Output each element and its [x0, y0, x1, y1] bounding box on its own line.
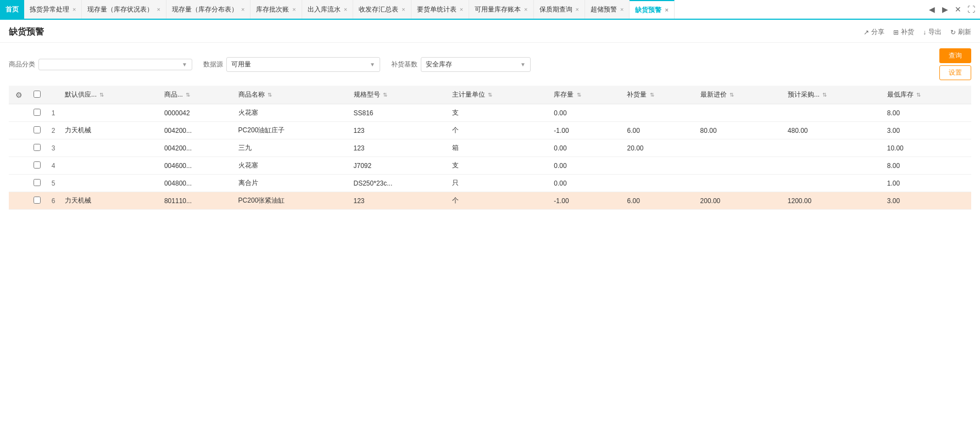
- replenish-button[interactable]: ⊞ 补货: [893, 27, 914, 37]
- replenish-icon: ⊞: [893, 29, 899, 36]
- row-stock-qty: -1.00: [550, 122, 623, 139]
- query-button[interactable]: 查询: [939, 48, 971, 63]
- tab-shortage-warning[interactable]: 缺货预警 ×: [630, 0, 674, 19]
- filter-actions: 查询 设置: [939, 48, 971, 80]
- table-body: 1 0000042 火花塞 SS816 支 0.00 8.00 2 力天机械 0…: [9, 104, 971, 210]
- tab-batch-account[interactable]: 库存批次账 ×: [250, 0, 302, 19]
- tab-prev-button[interactable]: ◀: [925, 3, 938, 16]
- datasource-value: 可用量: [231, 60, 251, 69]
- refresh-button[interactable]: ↻ 刷新: [950, 27, 971, 37]
- row-num: 3: [45, 139, 62, 157]
- sort-unit-icon: ⇅: [488, 92, 492, 98]
- settings-button[interactable]: 设置: [939, 65, 971, 80]
- col-replenish-qty[interactable]: 补货量 ⇅: [623, 86, 697, 104]
- gear-icon[interactable]: ⚙: [15, 91, 23, 99]
- row-stock-qty: 0.00: [550, 157, 623, 175]
- row-product-code: 004800...: [161, 175, 235, 192]
- row-settings-cell: [9, 104, 29, 122]
- col-latest-price[interactable]: 最新进价 ⇅: [697, 86, 784, 104]
- tab-available-ledger[interactable]: 可用量库存账本 ×: [469, 0, 533, 19]
- row-est-purchase: [784, 139, 884, 157]
- row-checkbox-cell[interactable]: [29, 192, 45, 210]
- row-product-name: 火花塞: [235, 104, 350, 122]
- col-spec[interactable]: 规格型号 ⇅: [350, 86, 449, 104]
- row-unit: 只: [449, 175, 550, 192]
- table-header-row: ⚙ 默认供应... ⇅ 商品... ⇅ 商品名称: [9, 86, 971, 104]
- row-min-stock: 8.00: [884, 157, 971, 175]
- replenish-base-select[interactable]: 安全库存 ▼: [421, 57, 531, 72]
- row-num: 6: [45, 192, 62, 210]
- tab-close-all-button[interactable]: ✕: [951, 3, 965, 16]
- tab-home[interactable]: 首页: [0, 0, 24, 19]
- close-demand-stat-tab[interactable]: ×: [460, 6, 463, 13]
- tab-demand-stat[interactable]: 要货单统计表 ×: [411, 0, 469, 19]
- col-unit[interactable]: 主计量单位 ⇅: [449, 86, 550, 104]
- sort-replenish-icon: ⇅: [650, 92, 654, 98]
- row-product-code: 004200...: [161, 122, 235, 139]
- row-supplier: [62, 175, 161, 192]
- row-latest-price: 80.00: [697, 122, 784, 139]
- tab-inventory-status[interactable]: 现存量（库存状况表） ×: [82, 0, 166, 19]
- row-settings-cell: [9, 175, 29, 192]
- tab-inventory-dist[interactable]: 现存量（库存分布表） ×: [166, 0, 250, 19]
- close-exception-tab[interactable]: ×: [73, 6, 76, 13]
- row-settings-cell: [9, 139, 29, 157]
- close-batch-account-tab[interactable]: ×: [292, 6, 296, 13]
- sort-price-icon: ⇅: [730, 92, 734, 98]
- tab-expiry-query[interactable]: 保质期查询 ×: [534, 0, 585, 19]
- close-inventory-dist-tab[interactable]: ×: [241, 6, 244, 13]
- header-actions: ↗ 分享 ⊞ 补货 ↓ 导出 ↻ 刷新: [864, 27, 971, 37]
- tab-next-button[interactable]: ▶: [938, 3, 951, 16]
- close-in-out-flow-tab[interactable]: ×: [344, 6, 347, 13]
- close-overstock-warning-tab[interactable]: ×: [620, 6, 623, 13]
- col-settings[interactable]: ⚙: [9, 86, 29, 104]
- row-latest-price: [697, 139, 784, 157]
- row-checkbox[interactable]: [34, 161, 41, 169]
- tab-in-out-flow[interactable]: 出入库流水 ×: [302, 0, 353, 19]
- row-checkbox[interactable]: [34, 126, 41, 133]
- share-button[interactable]: ↗ 分享: [864, 27, 884, 37]
- row-checkbox[interactable]: [34, 144, 41, 151]
- category-select[interactable]: ▼: [38, 59, 192, 70]
- row-stock-qty: 0.00: [550, 104, 623, 122]
- sort-est-purchase-icon: ⇅: [822, 92, 827, 98]
- close-available-ledger-tab[interactable]: ×: [524, 6, 527, 13]
- row-checkbox-cell[interactable]: [29, 175, 45, 192]
- row-supplier: [62, 104, 161, 122]
- replenish-base-filter: 补货基数 安全库存 ▼: [391, 57, 531, 72]
- row-replenish-qty: 6.00: [623, 192, 697, 210]
- col-est-purchase[interactable]: 预计采购... ⇅: [784, 86, 884, 104]
- row-checkbox[interactable]: [34, 109, 41, 116]
- row-checkbox[interactable]: [34, 179, 41, 186]
- datasource-select[interactable]: 可用量 ▼: [226, 57, 380, 72]
- tab-exception[interactable]: 拣货异常处理 ×: [24, 0, 82, 19]
- close-expiry-query-tab[interactable]: ×: [576, 6, 579, 13]
- tab-receipt-summary[interactable]: 收发存汇总表 ×: [353, 0, 411, 19]
- col-product-name[interactable]: 商品名称 ⇅: [235, 86, 350, 104]
- select-all-checkbox[interactable]: [34, 91, 41, 98]
- tab-overstock-warning[interactable]: 超储预警 ×: [585, 0, 630, 19]
- col-checkbox[interactable]: [29, 86, 45, 104]
- close-shortage-warning-tab[interactable]: ×: [665, 7, 668, 13]
- datasource-label: 数据源: [203, 60, 223, 69]
- row-checkbox[interactable]: [34, 197, 41, 204]
- row-latest-price: 200.00: [697, 192, 784, 210]
- row-checkbox-cell[interactable]: [29, 157, 45, 175]
- col-product-code[interactable]: 商品... ⇅: [161, 86, 235, 104]
- row-checkbox-cell[interactable]: [29, 122, 45, 139]
- replenish-base-value: 安全库存: [426, 60, 452, 69]
- row-spec: J7092: [350, 157, 449, 175]
- tab-fullscreen-button[interactable]: ⛶: [965, 3, 978, 16]
- row-checkbox-cell[interactable]: [29, 139, 45, 157]
- close-receipt-summary-tab[interactable]: ×: [402, 6, 405, 13]
- row-min-stock: 1.00: [884, 175, 971, 192]
- table-row: 2 力天机械 004200... PC200油缸庄子 123 个 -1.00 6…: [9, 122, 971, 139]
- col-default-supplier[interactable]: 默认供应... ⇅: [62, 86, 161, 104]
- row-checkbox-cell[interactable]: [29, 104, 45, 122]
- export-button[interactable]: ↓ 导出: [923, 27, 942, 37]
- col-min-stock[interactable]: 最低库存 ⇅: [884, 86, 971, 104]
- col-stock-qty[interactable]: 库存量 ⇅: [550, 86, 623, 104]
- row-settings-cell: [9, 192, 29, 210]
- table-row: 1 0000042 火花塞 SS816 支 0.00 8.00: [9, 104, 971, 122]
- close-inventory-status-tab[interactable]: ×: [157, 6, 160, 13]
